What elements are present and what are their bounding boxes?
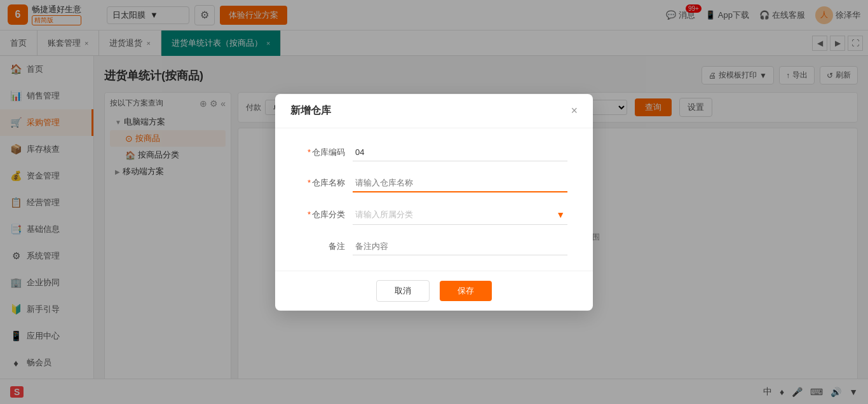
category-placeholder: 请输入所属分类 [355,209,556,220]
modal-close-icon[interactable]: × [571,105,578,116]
category-label: *仓库分类 [301,209,345,220]
note-input[interactable] [353,238,567,255]
modal-title: 新增仓库 [290,104,331,118]
modal-footer: 取消 保存 [275,271,593,311]
modal-overlay: 新增仓库 × *仓库编码 *仓库名称 *仓库分类 [0,0,868,404]
form-row-note: 备注 [301,238,567,255]
form-row-name: *仓库名称 [301,174,567,192]
category-dropdown-icon: ▼ [556,210,565,220]
form-row-code: *仓库编码 [301,144,567,161]
name-label: *仓库名称 [301,177,345,189]
note-label: 备注 [301,241,345,252]
modal-body: *仓库编码 *仓库名称 *仓库分类 请输入所属分类 ▼ [275,128,593,271]
add-warehouse-modal: 新增仓库 × *仓库编码 *仓库名称 *仓库分类 [275,94,593,311]
required-star-code: * [308,147,311,157]
warehouse-code-input[interactable] [353,144,567,161]
cancel-button[interactable]: 取消 [376,280,430,302]
category-select-wrapper[interactable]: 请输入所属分类 ▼ [353,205,567,225]
required-star-name: * [308,178,311,187]
form-row-category: *仓库分类 请输入所属分类 ▼ [301,205,567,225]
save-button[interactable]: 保存 [440,281,492,301]
code-label: *仓库编码 [301,147,345,158]
required-star-category: * [308,210,311,219]
warehouse-name-input[interactable] [353,174,567,192]
modal-header: 新增仓库 × [275,94,593,128]
